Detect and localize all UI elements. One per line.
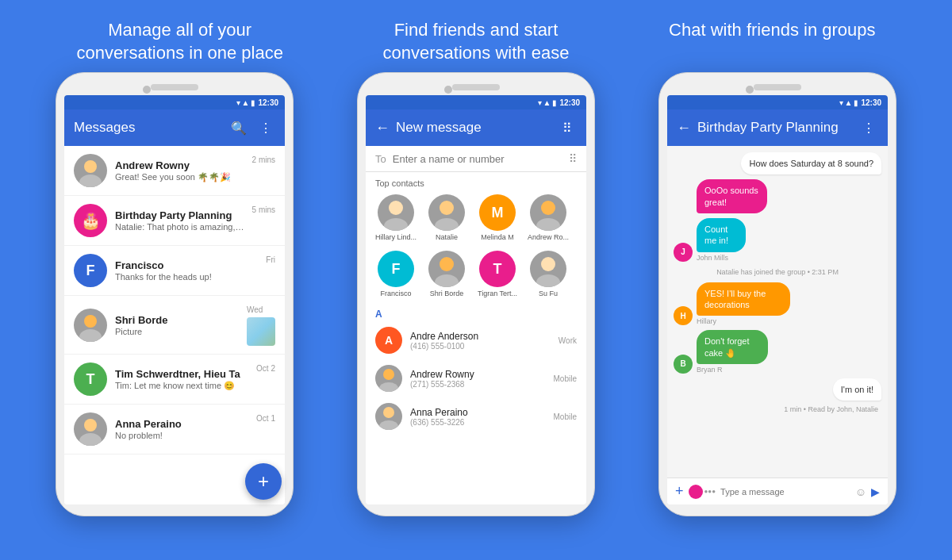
contact-hillary[interactable]: Hillary Lind...	[372, 194, 420, 241]
to-field: To ⠿	[366, 146, 586, 172]
contact-name: Su Fu	[524, 290, 572, 297]
svg-point-9	[435, 218, 459, 231]
app-bar-icons-1: 🔍 ⋮	[229, 118, 275, 137]
contact-name: Natalie	[423, 233, 470, 241]
list-item[interactable]: Anna Peraino No problem! Oct 1	[64, 405, 285, 455]
to-label: To	[375, 153, 386, 165]
phone-1: ▾ ▲ ▮ 12:30 Messages 🔍 ⋮	[56, 72, 294, 516]
list-item[interactable]: 🎂 Birthday Party Planning Natalie: That …	[64, 196, 285, 246]
contact-tigran[interactable]: T Tigran Tert...	[474, 251, 521, 297]
keypad-icon[interactable]: ⠿	[558, 118, 577, 137]
contact-andrew-r[interactable]: Andrew Ro...	[524, 194, 572, 241]
msg-preview: No problem!	[115, 431, 248, 440]
phone-screen-2: ▾ ▲ ▮ 12:30 ← New message ⠿ To ⠿ Top con…	[366, 95, 586, 504]
chat-msg-sounds: OoOo sounds great!	[674, 179, 881, 213]
status-bar-1: ▾ ▲ ▮ 12:30	[64, 95, 285, 109]
list-item[interactable]: Andrew Rowny Great! See you soon 🌴🌴🎉 2 m…	[64, 146, 285, 196]
fab-button[interactable]: +	[245, 463, 282, 500]
contact-avatar	[530, 251, 566, 287]
to-input[interactable]	[393, 153, 562, 165]
list-item[interactable]: Shri Borde Picture Wed	[64, 296, 285, 355]
msg-time: 2 mins	[252, 155, 275, 164]
wifi-icon-2: ▾	[538, 98, 542, 107]
msg-name: Andrew Rowny	[115, 159, 244, 171]
contact-shri[interactable]: Shri Borde	[423, 251, 470, 297]
menu-icon-3[interactable]: ⋮	[859, 118, 878, 137]
msg-name: Francisco	[115, 259, 258, 271]
chat-message-input[interactable]	[720, 487, 850, 497]
menu-icon[interactable]: ⋮	[256, 118, 275, 137]
contact-row-avatar	[375, 365, 402, 392]
typing-indicator: ●●●	[689, 485, 716, 499]
top-contacts-header: Top contacts	[366, 172, 586, 191]
contact-row-type: Mobile	[554, 374, 577, 383]
phones-section: ▾ ▲ ▮ 12:30 Messages 🔍 ⋮	[0, 72, 952, 560]
bubble: Don't forget cake 🤚	[697, 330, 768, 364]
avatar-francisco: F	[74, 254, 107, 287]
avatar-letter: F	[86, 263, 95, 279]
add-icon[interactable]: +	[675, 483, 684, 500]
panel1-headline: Manage all of your conversations in one …	[53, 19, 307, 64]
svg-point-6	[389, 201, 403, 215]
contact-francisco[interactable]: F Francisco	[372, 251, 420, 297]
avatar-tim: T	[74, 362, 107, 396]
msg-name: Anna Peraino	[115, 418, 248, 430]
contact-row-number: (271) 555-2368	[410, 380, 546, 389]
svg-point-4	[84, 419, 97, 432]
signal-icon-2: ▲	[543, 98, 551, 107]
contact-avatar	[428, 194, 465, 231]
battery-icon-2: ▮	[552, 98, 557, 107]
svg-point-3	[79, 329, 102, 342]
contact-row-annap[interactable]: Anna Peraino (636) 555-3226 Mobile	[366, 397, 586, 435]
grid-icon[interactable]: ⠿	[569, 152, 577, 165]
svg-point-5	[79, 433, 102, 446]
chat-msg-count: J Count me in! John Mills	[674, 218, 881, 262]
contact-natalie[interactable]: Natalie	[423, 194, 470, 241]
contact-melinda[interactable]: M Melinda M	[474, 194, 521, 241]
msg-content-tim: Tim Schwerdtner, Hieu Ta Tim: Let me kno…	[115, 368, 248, 391]
msg-preview: Thanks for the heads up!	[115, 272, 258, 282]
contact-row-andre[interactable]: A Andre Anderson (416) 555-0100 Work	[366, 321, 586, 359]
bubble: Count me in!	[697, 218, 746, 252]
svg-point-17	[379, 382, 398, 392]
contact-sufu[interactable]: Su Fu	[524, 251, 572, 297]
msg-name: Tim Schwerdtner, Hieu Ta	[115, 368, 248, 380]
svg-point-13	[435, 274, 459, 287]
contact-name: Hillary Lind...	[372, 233, 420, 241]
msg-content-anna: Anna Peraino No problem!	[115, 418, 248, 440]
list-item[interactable]: F Francisco Thanks for the heads up! Fri	[64, 246, 285, 296]
list-item[interactable]: T Tim Schwerdtner, Hieu Ta Tim: Let me k…	[64, 355, 285, 405]
phone-camera-3	[746, 86, 754, 94]
contact-row-info: Anna Peraino (636) 555-3226	[410, 407, 546, 427]
messages-list: Andrew Rowny Great! See you soon 🌴🌴🎉 2 m…	[64, 146, 285, 504]
signal-icon-3: ▲	[845, 98, 853, 107]
contact-avatar: T	[479, 251, 516, 287]
send-icon[interactable]: ▶	[871, 485, 880, 498]
emoji-icon[interactable]: ☺	[855, 485, 866, 498]
back-button-3[interactable]: ←	[677, 120, 691, 136]
chat-avatar-bryan: B	[674, 355, 693, 374]
msg-name: Shri Borde	[115, 314, 239, 326]
contact-name: Melinda M	[474, 233, 521, 241]
contact-row-andrewrowny[interactable]: Andrew Rowny (271) 555-2368 Mobile	[366, 359, 586, 397]
system-message: Natalie has joined the group • 2:31 PM	[674, 268, 881, 276]
contact-row-avatar	[375, 403, 402, 430]
contact-avatar	[530, 194, 566, 231]
msg-name: Birthday Party Planning	[115, 209, 244, 221]
search-icon[interactable]: 🔍	[229, 118, 248, 137]
app-title-3: Birthday Party Planning	[697, 120, 859, 136]
back-button-2[interactable]: ←	[375, 120, 390, 136]
contact-name: Francisco	[372, 290, 420, 297]
contacts-grid-row2: F Francisco Shri Borde T Tigran Tert...	[366, 247, 586, 304]
chat-msg-decorations: H YES! I'll buy the decorations Hillary	[674, 282, 881, 326]
msg-time: 5 mins	[252, 205, 275, 214]
msg-content-bpp: Birthday Party Planning Natalie: That ph…	[115, 209, 244, 232]
msg-right-col: Wed	[247, 304, 275, 346]
chat-avatar-hillary: H	[674, 306, 693, 325]
time-display-3: 12:30	[861, 98, 881, 107]
msg-content-andrew: Andrew Rowny Great! See you soon 🌴🌴🎉	[115, 159, 244, 182]
contact-avatar: F	[378, 251, 414, 287]
battery-icon-3: ▮	[854, 98, 858, 107]
phone-camera-1	[143, 86, 151, 94]
phone-speaker-3	[754, 84, 801, 90]
